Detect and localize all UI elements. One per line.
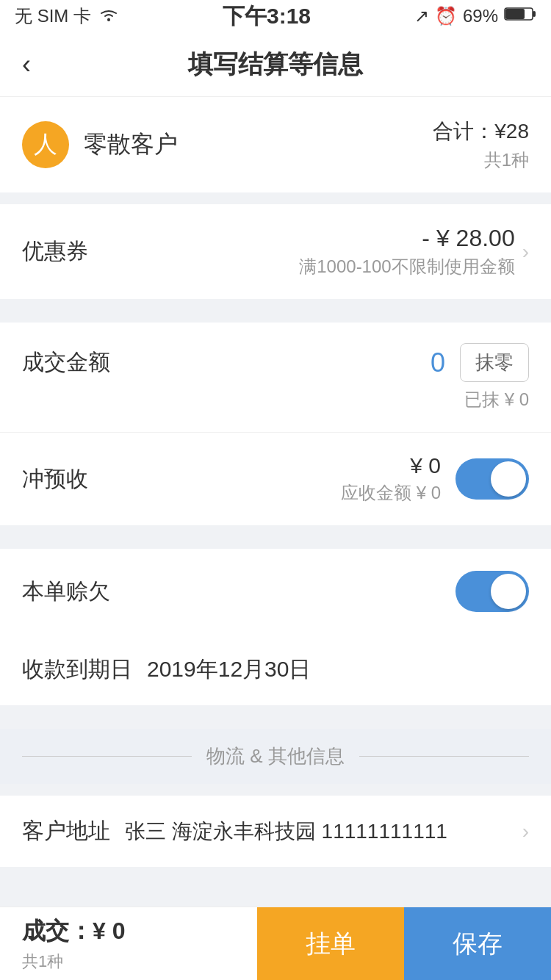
deal-top: 成交金额 0 抹零 bbox=[22, 343, 529, 382]
precollect-right: ¥ 0 应收金额 ¥ 0 bbox=[341, 453, 529, 505]
debt-toggle-knob bbox=[491, 574, 526, 609]
content-area: 人 零散客户 合计：¥28 共1种 优惠券 - ¥ 28.00 满1000-10… bbox=[0, 97, 551, 967]
coupon-row[interactable]: 优惠券 - ¥ 28.00 满1000-100不限制使用金额 › bbox=[0, 204, 551, 299]
precollect-subtext: 应收金额 ¥ 0 bbox=[341, 481, 441, 505]
precollect-row: 冲预收 ¥ 0 应收金额 ¥ 0 bbox=[0, 433, 551, 525]
customer-count: 共1种 bbox=[433, 148, 529, 172]
coupon-amount: - ¥ 28.00 bbox=[299, 225, 514, 252]
customer-right: 合计：¥28 共1种 bbox=[433, 118, 529, 172]
coupon-value: - ¥ 28.00 满1000-100不限制使用金额 bbox=[299, 225, 514, 278]
coupon-label: 优惠券 bbox=[22, 237, 88, 267]
deal-label: 成交金额 bbox=[22, 347, 110, 378]
deal-right: 0 抹零 bbox=[431, 343, 529, 382]
round-down-button[interactable]: 抹零 bbox=[460, 343, 529, 382]
debt-toggle[interactable] bbox=[455, 571, 529, 612]
coupon-subtext: 满1000-100不限制使用金额 bbox=[299, 255, 514, 278]
coupon-right: - ¥ 28.00 满1000-100不限制使用金额 › bbox=[299, 225, 529, 278]
deal-value: 0 bbox=[431, 347, 445, 378]
due-date-label: 收款到期日 bbox=[22, 655, 132, 685]
avatar-icon: 人 bbox=[34, 129, 57, 161]
due-date-row: 收款到期日 2019年12月30日 bbox=[0, 634, 551, 705]
signal-icon: 无 SIM 卡 bbox=[15, 4, 91, 28]
divider-line-left bbox=[22, 756, 192, 757]
svg-rect-3 bbox=[505, 9, 525, 19]
spacer-2 bbox=[0, 537, 551, 549]
precollect-amount: ¥ 0 bbox=[341, 453, 441, 478]
nav-bar: ‹ 填写结算等信息 bbox=[0, 32, 551, 97]
status-right: ↗ ⏰ 69% bbox=[414, 6, 536, 26]
wifi-icon bbox=[98, 6, 119, 26]
coupon-section: 优惠券 - ¥ 28.00 满1000-100不限制使用金额 › bbox=[0, 204, 551, 299]
bottom-deal-value: ¥ 0 bbox=[93, 918, 125, 944]
deal-section: 成交金额 0 抹零 已抹 ¥ 0 冲预收 ¥ 0 应收金额 ¥ 0 bbox=[0, 323, 551, 525]
bottom-bar: 成交：¥ 0 共1种 挂单 保存 bbox=[0, 907, 551, 980]
address-row[interactable]: 客户地址 张三 海淀永丰科技园 11111111111 › bbox=[0, 796, 551, 867]
status-left: 无 SIM 卡 bbox=[15, 4, 119, 28]
svg-rect-2 bbox=[533, 11, 536, 17]
bottom-count: 共1种 bbox=[22, 951, 257, 973]
divider-text: 物流 & 其他信息 bbox=[206, 743, 345, 769]
address-chevron-icon: › bbox=[522, 820, 529, 843]
deal-subtext: 已抹 ¥ 0 bbox=[22, 388, 529, 411]
customer-avatar: 人 bbox=[22, 121, 69, 168]
status-bar: 无 SIM 卡 下午3:18 ↗ ⏰ 69% bbox=[0, 0, 551, 32]
spacer-1 bbox=[0, 311, 551, 323]
debt-row: 本单赊欠 bbox=[0, 549, 551, 634]
address-label: 客户地址 bbox=[22, 816, 110, 846]
customer-card: 人 零散客户 合计：¥28 共1种 bbox=[0, 97, 551, 192]
divider-line-right bbox=[359, 756, 529, 757]
debt-label: 本单赊欠 bbox=[22, 577, 110, 607]
customer-total: 合计：¥28 bbox=[433, 118, 529, 145]
precollect-values: ¥ 0 应收金额 ¥ 0 bbox=[341, 453, 441, 505]
save-button[interactable]: 保存 bbox=[404, 907, 551, 980]
battery-icon bbox=[504, 6, 536, 26]
precollect-toggle[interactable] bbox=[455, 458, 529, 500]
battery-text: 69% bbox=[463, 6, 498, 26]
spacer-4 bbox=[0, 784, 551, 796]
bottom-info: 成交：¥ 0 共1种 bbox=[0, 907, 257, 980]
bottom-deal-amount: 成交：¥ 0 bbox=[22, 915, 257, 948]
due-date-value: 2019年12月30日 bbox=[147, 655, 311, 685]
address-section: 客户地址 张三 海淀永丰科技园 11111111111 › bbox=[0, 796, 551, 867]
customer-name: 零散客户 bbox=[84, 129, 178, 161]
spacer-3 bbox=[0, 717, 551, 729]
location-icon: ↗ bbox=[414, 6, 429, 26]
status-time: 下午3:18 bbox=[223, 1, 311, 32]
debt-section: 本单赊欠 收款到期日 2019年12月30日 bbox=[0, 549, 551, 705]
deal-row: 成交金额 0 抹零 已抹 ¥ 0 bbox=[0, 323, 551, 433]
coupon-chevron-icon: › bbox=[522, 240, 529, 264]
back-button[interactable]: ‹ bbox=[22, 49, 31, 80]
precollect-label: 冲预收 bbox=[22, 464, 88, 494]
hold-button[interactable]: 挂单 bbox=[257, 907, 404, 980]
alarm-icon: ⏰ bbox=[435, 6, 457, 26]
address-value: 张三 海淀永丰科技园 11111111111 bbox=[125, 818, 508, 846]
logistics-divider: 物流 & 其他信息 bbox=[0, 729, 551, 784]
toggle-knob bbox=[491, 461, 526, 497]
page-title: 填写结算等信息 bbox=[188, 48, 363, 82]
customer-left: 人 零散客户 bbox=[22, 121, 178, 168]
svg-point-0 bbox=[107, 18, 110, 21]
bottom-deal-label: 成交： bbox=[22, 918, 93, 944]
